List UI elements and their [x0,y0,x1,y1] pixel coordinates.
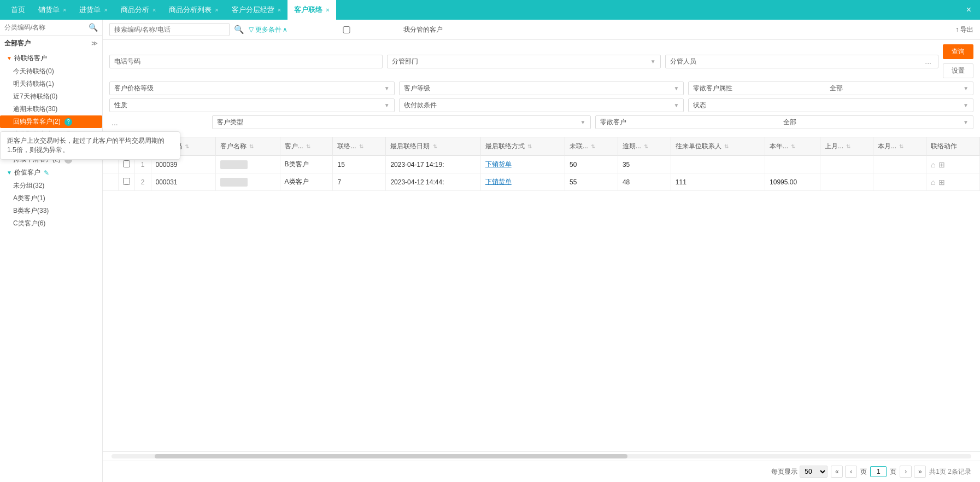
next-page-button[interactable]: › [900,466,912,478]
first-page-button[interactable]: « [831,466,843,478]
sort-customer-level[interactable]: ⇅ [306,143,310,149]
row-this-month [873,173,926,191]
sidebar-item-7days[interactable]: 近7天待联络(0) [0,90,102,103]
close-tab-product-analysis[interactable]: × [152,7,156,13]
main-table: ⚙ 客户编码 ⇅ 客户名称 ⇅ [103,137,980,191]
filter-retail-attr[interactable]: 零散客户属性 全部 ▼ [688,82,973,95]
sidebar-collapse-icon: ≫ [91,40,98,47]
col-this-month: 本月... ⇅ [873,137,926,156]
customer-type-arrow: ▼ [580,119,586,125]
filter-status[interactable]: 状态 ▼ [688,98,973,112]
filter-phone[interactable]: 电话号码 [109,55,383,68]
close-tab-customer-contact[interactable]: × [326,7,329,13]
sidebar-search-input[interactable] [4,24,89,31]
export-button[interactable]: ↑ 导出 [955,25,973,34]
tab-product-analysis[interactable]: 商品分析 × [114,0,162,20]
search-input[interactable] [109,23,230,36]
sidebar-item-today[interactable]: 今天待联络(0) [0,65,102,78]
sort-last-contact-method[interactable]: ⇅ [527,143,532,149]
sidebar-group-value[interactable]: ▼ 价值客户 ✎ [0,166,102,179]
search-button[interactable]: 🔍 [234,25,244,34]
more-conditions-button[interactable]: ▽ 更多条件 ∧ [249,25,287,34]
sidebar-item-c-class[interactable]: C类客户(6) [0,217,102,230]
action-link-icon[interactable]: ⌂ [931,178,935,187]
filter-price-level[interactable]: 客户价格等级 ▼ [109,82,395,95]
row-customer-code: 000031 [151,173,215,191]
tab-customer-tier[interactable]: 客户分层经营 × [225,0,287,20]
row-last-month [820,173,873,191]
action-grid-icon[interactable]: ⊞ [938,160,945,169]
value-group-edit-icon[interactable]: ✎ [44,169,49,177]
table-row: 1 000039 B类客户 15 2023-04-17 14:19: 下销货单 … [103,156,980,173]
my-customer-checkbox[interactable]: 我分管的客户 [292,25,443,34]
tab-customer-contact[interactable]: 客户联络 × [287,0,336,20]
sort-last-month[interactable]: ⇅ [846,143,850,149]
filter-customer-type[interactable]: 客户类型 ▼ [212,115,591,129]
filter-retail-customer[interactable]: 零散客户 全部 ▼ [595,115,974,129]
filter-customer-level[interactable]: 客户等级 ▼ [399,82,684,95]
manager-dots[interactable]: ... [923,57,934,66]
row-last-contact-method[interactable]: 下销货单 [480,156,565,173]
col-unit-contact: 往来单位联系人 ⇅ [671,137,765,156]
tab-home[interactable]: 首页 [4,0,32,20]
sidebar-search-icon[interactable]: 🔍 [89,23,98,32]
my-customer-check[interactable] [292,26,401,33]
filter-gender[interactable]: 性质 ▼ [109,98,395,112]
close-tab-product-analysis-list[interactable]: × [215,7,218,13]
prev-page-button[interactable]: ‹ [845,466,857,478]
customer-name-placeholder [220,178,248,187]
sort-overdue[interactable]: ⇅ [644,143,648,149]
sidebar-item-ungrouped[interactable]: 未分组(32) [0,179,102,192]
close-tab-purchase[interactable]: × [104,7,107,13]
close-tab-sales[interactable]: × [63,7,66,13]
filter-manager[interactable]: 分管人员 ... [665,55,938,68]
row-gear [103,173,118,191]
row-customer-name [215,156,280,173]
sort-this-year[interactable]: ⇅ [791,143,795,149]
query-button[interactable]: 查询 [943,44,973,59]
row-last-contact-date: 2023-04-17 14:19: [386,156,480,173]
sidebar-group-pending[interactable]: ▼ 待联络客户 [0,51,102,65]
row-overdue: 35 [618,156,671,173]
sort-customer-name[interactable]: ⇅ [249,143,254,149]
sidebar-all-customers[interactable]: 全部客户 ≫ [0,36,102,51]
sort-contact-count[interactable]: ⇅ [359,143,363,149]
row4-dots[interactable]: ... [109,118,120,127]
sort-unread[interactable]: ⇅ [591,143,595,149]
department-down-arrow: ▼ [650,59,656,65]
close-tab-customer-tier[interactable]: × [278,7,281,13]
sidebar-item-b-class[interactable]: B类客户(33) [0,205,102,217]
sidebar-item-a-class[interactable]: A类客户(1) [0,192,102,205]
sort-last-contact-date[interactable]: ⇅ [433,143,437,149]
filter-row-2: 客户价格等级 ▼ 客户等级 ▼ 零散客户属性 全部 ▼ [109,82,973,95]
col-this-year: 本年... ⇅ [765,137,820,156]
bottom-scrollbar[interactable] [103,451,980,461]
per-page-select[interactable]: 50 20 100 [800,466,828,478]
sort-this-month[interactable]: ⇅ [899,143,903,149]
window-close-button[interactable]: × [962,0,976,20]
sidebar-item-repurchase-abnormal[interactable]: 回购异常客户(2) ? [0,115,102,128]
row-action: ⌂ ⊞ [926,173,979,191]
filter-payment[interactable]: 收付款条件 ▼ [399,98,684,112]
last-page-button[interactable]: » [914,466,926,478]
customer-level-arrow: ▼ [673,85,679,91]
repurchase-info-icon[interactable]: ? [64,118,72,126]
row-customer-level: B类客户 [280,156,333,173]
scroll-track[interactable] [112,454,971,458]
scroll-thumb[interactable] [155,454,627,458]
tab-product-analysis-list[interactable]: 商品分析列表 × [162,0,225,20]
sort-customer-code[interactable]: ⇅ [185,143,189,149]
sort-unit-contact[interactable]: ⇅ [724,143,729,149]
current-page-input[interactable] [870,466,887,477]
action-link-icon[interactable]: ⌂ [931,160,935,169]
export-icon: ↑ [955,26,959,33]
filter-department[interactable]: 分管部门 ▼ [387,55,660,68]
tab-purchase[interactable]: 进货单 × [73,0,114,20]
sidebar-item-tomorrow[interactable]: 明天待联络(1) [0,78,102,90]
sidebar-item-overdue[interactable]: 逾期未联络(30) [0,103,102,115]
row-checkbox[interactable] [118,173,134,191]
tab-sales[interactable]: 销货单 × [32,0,73,20]
row-last-contact-method[interactable]: 下销货单 [480,173,565,191]
setting-button[interactable]: 设置 [943,63,973,78]
action-grid-icon[interactable]: ⊞ [938,178,945,187]
